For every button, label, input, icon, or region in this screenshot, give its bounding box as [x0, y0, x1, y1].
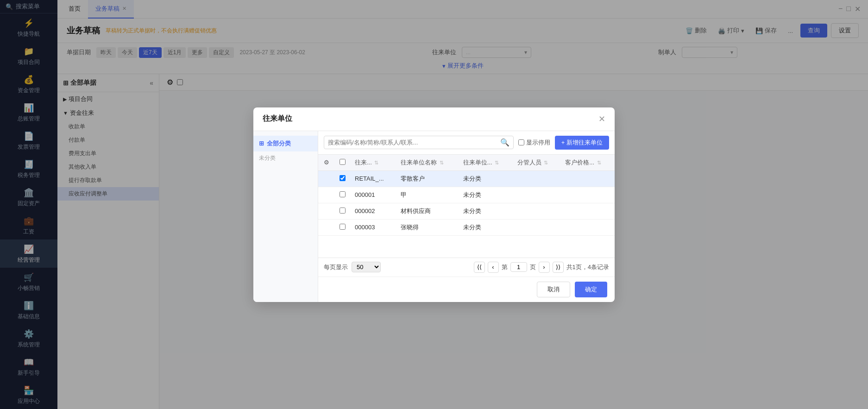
per-page-select[interactable]: 50 — [352, 262, 381, 272]
row-name-cell: 张晓得 — [396, 219, 459, 235]
table-row[interactable]: 000001 甲 未分类 — [318, 187, 615, 203]
modal-pagination: 每页显示 50 ⟨⟨ ‹ 第 1 页 › ⟩⟩ — [318, 258, 615, 277]
row-icon-cell — [318, 219, 335, 235]
modal-search-input[interactable] — [328, 139, 497, 146]
modal-sidebar-all[interactable]: ⊞ 全部分类 — [253, 136, 318, 151]
modal-title: 往来单位 — [263, 114, 292, 124]
modal-main: 🔍 显示停用 + 新增往来单位 ⚙ — [318, 131, 615, 302]
col-icon-header: ⚙ — [318, 155, 335, 171]
confirm-button[interactable]: 确定 — [575, 282, 607, 297]
modal-select-all[interactable] — [340, 159, 346, 165]
grid-icon: ⊞ — [259, 140, 264, 147]
row-category-cell: 未分类 — [459, 203, 513, 219]
cancel-button[interactable]: 取消 — [537, 282, 570, 297]
row-icon-cell — [318, 170, 335, 187]
row-name-cell: 材料供应商 — [396, 203, 459, 219]
sort-icon: ⇅ — [597, 160, 601, 165]
row-checkbox[interactable] — [340, 191, 346, 197]
table-header-row: ⚙ 往来... ⇅ 往来单位名称 ⇅ — [318, 155, 615, 171]
modal-toolbar: 🔍 显示停用 + 新增往来单位 — [318, 131, 615, 155]
modal-sidebar-unclassified: 未分类 — [253, 151, 318, 165]
page-number-input[interactable]: 1 — [510, 262, 527, 272]
partner-modal: 往来单位 ✕ ⊞ 全部分类 未分类 🔍 — [253, 107, 615, 302]
row-category-cell: 未分类 — [459, 170, 513, 187]
row-check-cell[interactable] — [335, 187, 350, 203]
sort-icon: ⇅ — [544, 160, 548, 165]
page-first-btn[interactable]: ⟨⟨ — [474, 262, 485, 273]
row-code-cell: RETAIL_... — [350, 170, 396, 187]
row-manager-cell — [513, 203, 561, 219]
row-code-cell: 000003 — [350, 219, 396, 235]
row-check-cell[interactable] — [335, 219, 350, 235]
col-category-header: 往来单位... ⇅ — [459, 155, 513, 171]
col-check-header — [335, 155, 350, 171]
row-manager-cell — [513, 187, 561, 203]
row-category-cell: 未分类 — [459, 187, 513, 203]
sort-icon: ⇅ — [440, 160, 444, 165]
row-code-cell: 000002 — [350, 203, 396, 219]
modal-sidebar-unclassified-label: 未分类 — [259, 155, 276, 161]
page-prev-btn[interactable]: ‹ — [488, 262, 499, 273]
add-partner-button[interactable]: + 新增往来单位 — [555, 136, 609, 150]
modal-sidebar: ⊞ 全部分类 未分类 — [253, 131, 318, 302]
col-price-header: 客户价格... ⇅ — [560, 155, 615, 171]
modal-sidebar-all-label: 全部分类 — [267, 139, 291, 148]
table-row[interactable]: RETAIL_... 零散客户 未分类 — [318, 170, 615, 187]
modal-close-icon[interactable]: ✕ — [598, 114, 605, 124]
table-row[interactable]: 000002 材料供应商 未分类 — [318, 203, 615, 219]
pagination-left: 每页显示 50 — [324, 262, 381, 272]
col-code-header: 往来... ⇅ — [350, 155, 396, 171]
modal-overlay[interactable]: 往来单位 ✕ ⊞ 全部分类 未分类 🔍 — [0, 0, 868, 409]
row-price-cell — [560, 170, 615, 187]
row-name-cell: 甲 — [396, 187, 459, 203]
col-manager-header: 分管人员 ⇅ — [513, 155, 561, 171]
per-page-label: 每页显示 — [324, 263, 348, 271]
table-row[interactable]: 000003 张晓得 未分类 — [318, 219, 615, 235]
row-price-cell — [560, 219, 615, 235]
row-checkbox[interactable] — [340, 175, 346, 181]
row-manager-cell — [513, 219, 561, 235]
row-icon-cell — [318, 187, 335, 203]
search-icon: 🔍 — [500, 138, 509, 147]
show-disabled-toggle[interactable]: 显示停用 — [518, 138, 550, 147]
row-check-cell[interactable] — [335, 203, 350, 219]
row-price-cell — [560, 187, 615, 203]
pagination-right: ⟨⟨ ‹ 第 1 页 › ⟩⟩ 共1页，4条记录 — [474, 262, 609, 273]
row-check-cell[interactable] — [335, 170, 350, 187]
row-checkbox[interactable] — [340, 224, 346, 230]
page-suffix: 页 — [530, 263, 536, 271]
page-last-btn[interactable]: ⟩⟩ — [553, 262, 564, 273]
page-next-btn[interactable]: › — [539, 262, 550, 273]
sort-icon: ⇅ — [374, 160, 378, 165]
page-label: 第 — [502, 263, 508, 271]
row-manager-cell — [513, 170, 561, 187]
row-category-cell: 未分类 — [459, 219, 513, 235]
modal-header: 往来单位 ✕ — [253, 107, 615, 131]
col-name-header: 往来单位名称 ⇅ — [396, 155, 459, 171]
row-checkbox[interactable] — [340, 208, 346, 214]
modal-footer: 每页显示 50 ⟨⟨ ‹ 第 1 页 › ⟩⟩ — [318, 258, 615, 302]
total-text: 共1页，4条记录 — [566, 263, 609, 271]
show-disabled-label: 显示停用 — [526, 138, 550, 147]
modal-actions: 取消 确定 — [318, 277, 615, 302]
row-code-cell: 000001 — [350, 187, 396, 203]
row-price-cell — [560, 203, 615, 219]
modal-search-box[interactable]: 🔍 — [324, 136, 514, 149]
modal-body: ⊞ 全部分类 未分类 🔍 显示停用 — [253, 131, 615, 302]
row-icon-cell — [318, 203, 335, 219]
row-name-cell: 零散客户 — [396, 170, 459, 187]
modal-table: ⚙ 往来... ⇅ 往来单位名称 ⇅ — [318, 155, 615, 258]
show-disabled-checkbox[interactable] — [518, 139, 524, 145]
sort-icon: ⇅ — [495, 160, 499, 165]
